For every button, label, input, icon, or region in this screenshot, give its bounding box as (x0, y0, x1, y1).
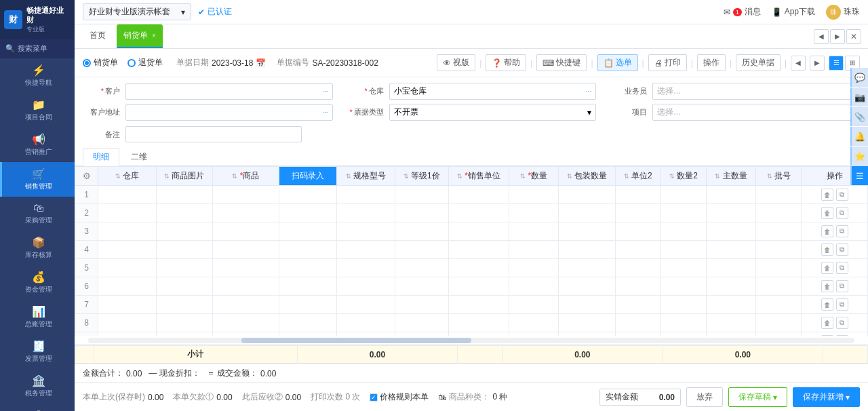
cell-main-qty[interactable] (706, 241, 755, 259)
cell-batch[interactable] (756, 259, 802, 277)
cell-price[interactable] (395, 296, 448, 314)
cell-pack-qty[interactable] (559, 186, 615, 204)
copy-row-btn[interactable]: ⧉ (836, 189, 848, 201)
cell-pack-qty[interactable] (559, 259, 615, 277)
abandon-btn[interactable]: 放弃 (686, 387, 723, 407)
save-draft-btn[interactable]: 保存草稿 ▾ (728, 387, 787, 407)
cell-spec[interactable] (337, 277, 395, 296)
float-btn-2[interactable]: 📷 (850, 87, 868, 106)
cell-goods[interactable] (213, 259, 279, 277)
cell-spec[interactable] (337, 186, 395, 204)
cell-warehouse[interactable] (98, 186, 156, 204)
delete-row-btn[interactable]: 🗑 (821, 280, 833, 292)
cell-qty[interactable] (509, 204, 558, 222)
cell-price[interactable] (395, 277, 448, 296)
cell-qty[interactable] (509, 222, 558, 241)
calendar-icon[interactable]: 📅 (256, 58, 266, 68)
copy-row-btn[interactable]: ⧉ (836, 298, 848, 311)
cell-batch[interactable] (756, 277, 802, 296)
cell-batch[interactable] (756, 204, 802, 222)
horizontal-scrollbar[interactable] (88, 338, 854, 343)
cell-main-qty[interactable] (706, 277, 755, 296)
cell-unit2[interactable] (615, 277, 660, 296)
cell-warehouse[interactable] (98, 277, 156, 296)
cell-goods[interactable] (213, 314, 279, 332)
tab-close-icon[interactable]: × (152, 32, 156, 39)
cell-price[interactable] (395, 204, 448, 222)
cell-qty2[interactable] (660, 204, 706, 222)
sidebar-item-funds[interactable]: 💰 资金管理 (0, 265, 75, 300)
cell-spec[interactable] (337, 296, 395, 314)
sidebar-item-fixed-assets[interactable]: 🏢 固定资产 (0, 404, 75, 411)
sidebar-search[interactable]: 🔍 搜索菜单 (0, 39, 75, 58)
cell-spec[interactable] (337, 204, 395, 222)
cell-spec[interactable] (337, 222, 395, 241)
copy-row-btn[interactable]: ⧉ (836, 243, 848, 256)
chevron-down-new-icon[interactable]: ▾ (846, 393, 850, 402)
delete-row-btn[interactable]: 🗑 (821, 207, 833, 219)
radio-return[interactable]: 退货单 (127, 57, 163, 68)
cell-goods[interactable] (213, 204, 279, 222)
tab-home[interactable]: 首页 (81, 24, 114, 48)
cell-unit2[interactable] (615, 314, 660, 332)
delete-row-btn[interactable]: 🗑 (821, 189, 833, 201)
sidebar-item-marketing[interactable]: 📢 营销推广 (0, 128, 75, 162)
cell-unit[interactable] (448, 222, 509, 241)
cell-unit[interactable] (448, 186, 509, 204)
cell-image[interactable] (156, 314, 212, 332)
delete-row-btn[interactable]: 🗑 (821, 298, 833, 311)
cell-main-qty[interactable] (706, 259, 755, 277)
cell-warehouse[interactable] (98, 296, 156, 314)
cell-qty[interactable] (509, 277, 558, 296)
col-settings[interactable]: ⚙ (75, 167, 98, 186)
cell-unit[interactable] (448, 314, 509, 332)
cell-main-qty[interactable] (706, 314, 755, 332)
warehouse-input[interactable]: 小宝仓库 ··· (389, 83, 597, 100)
select-btn[interactable]: 📋 选单 (597, 54, 638, 71)
cell-image[interactable] (156, 296, 212, 314)
print-btn[interactable]: 🖨 打印 (648, 54, 687, 71)
cell-qty2[interactable] (660, 222, 706, 241)
cell-warehouse[interactable] (98, 222, 156, 241)
cell-scan[interactable] (279, 259, 336, 277)
cell-goods[interactable] (213, 296, 279, 314)
cell-qty2[interactable] (660, 314, 706, 332)
float-btn-4[interactable]: 🔔 (850, 127, 868, 146)
cell-unit[interactable] (448, 259, 509, 277)
cell-unit2[interactable] (615, 259, 660, 277)
cell-goods[interactable] (213, 277, 279, 296)
date-value[interactable]: 2023-03-18 (212, 58, 253, 68)
sidebar-item-accounts[interactable]: 📊 总账管理 (0, 300, 75, 334)
view-btn[interactable]: 👁 视版 (437, 54, 475, 71)
cell-spec[interactable] (337, 259, 395, 277)
cell-pack-qty[interactable] (559, 222, 615, 241)
address-dots[interactable]: ··· (322, 109, 328, 116)
copy-row-btn[interactable]: ⧉ (836, 262, 848, 274)
cell-warehouse[interactable] (98, 204, 156, 222)
cell-unit2[interactable] (615, 204, 660, 222)
tab-detail[interactable]: 明细 (83, 148, 119, 166)
float-btn-1[interactable]: 💬 (850, 68, 868, 87)
cell-image[interactable] (156, 277, 212, 296)
next-record-btn[interactable]: ▶ (810, 56, 825, 71)
salesperson-input[interactable]: 选择... ··· (652, 83, 860, 100)
cell-batch[interactable] (756, 222, 802, 241)
tab-sale-order[interactable]: 销货单 × (117, 24, 163, 48)
cell-warehouse[interactable] (98, 241, 156, 259)
cell-qty2[interactable] (660, 296, 706, 314)
cell-scan[interactable] (279, 277, 336, 296)
cell-qty[interactable] (509, 296, 558, 314)
cell-qty2[interactable] (660, 259, 706, 277)
settings-icon[interactable]: ⚙ (83, 171, 91, 181)
cell-image[interactable] (156, 186, 212, 204)
cell-unit2[interactable] (615, 241, 660, 259)
cell-batch[interactable] (756, 186, 802, 204)
address-input[interactable]: ··· (125, 104, 333, 121)
cell-scan[interactable] (279, 314, 336, 332)
cell-unit[interactable] (448, 241, 509, 259)
cell-image[interactable] (156, 241, 212, 259)
prev-record-btn[interactable]: ◀ (791, 56, 806, 71)
message-btn[interactable]: ✉ 1 消息 (724, 6, 761, 18)
cell-qty2[interactable] (660, 186, 706, 204)
copy-row-btn[interactable]: ⧉ (836, 280, 848, 292)
